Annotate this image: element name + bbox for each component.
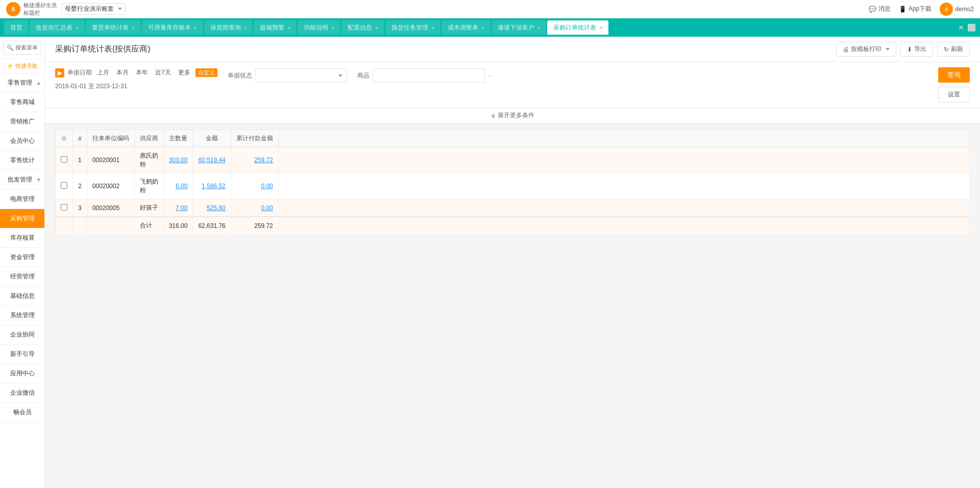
tab-close-icon[interactable]: × <box>132 25 135 31</box>
close-all-icon[interactable]: ✕ <box>958 23 964 32</box>
sidebar-item-new-guide[interactable]: 新手引导 <box>0 345 44 364</box>
message-button[interactable]: 💬 消息 <box>869 5 891 13</box>
template-print-button[interactable]: 🖨 按模板打印 <box>836 42 896 57</box>
expand-down-icon: ∨ <box>491 112 496 119</box>
sidebar-item-app-center[interactable]: 应用中心 <box>0 364 44 383</box>
th-supplier: 供应商 <box>134 130 163 147</box>
sidebar-item-member-center[interactable]: 会员中心 <box>0 132 44 151</box>
tab-close-icon[interactable]: × <box>244 25 247 31</box>
user-avatar[interactable]: d demo2 <box>940 3 974 16</box>
tab-config-info[interactable]: 配置信息 × <box>341 20 384 35</box>
tab-overstock-alert[interactable]: 超储预警 × <box>254 20 297 35</box>
tab-label: 邀请下游客户 <box>498 23 534 32</box>
export-icon: ⬇ <box>907 46 912 53</box>
row-check-input[interactable] <box>61 182 67 189</box>
filter-expand-arrow[interactable]: ▶ <box>55 68 64 78</box>
sidebar-item-ops-mgmt[interactable]: 经营管理 <box>0 267 44 287</box>
tab-order-summary[interactable]: 要货单统计表 × <box>86 20 141 35</box>
sidebar-item-ecommerce-mgmt[interactable]: 电商管理 <box>0 190 44 209</box>
filter-expand-bar: ∨ 展开更多条件 <box>45 108 980 123</box>
goods-more-icon[interactable]: ··· <box>488 72 494 80</box>
shortcut-this-year[interactable]: 本年 <box>134 67 150 78</box>
data-table: ⚙ # 往来单位编码 供应商 主数量 金额 累计付款金额 1 <box>55 130 970 235</box>
tab-expiry-query[interactable]: 保质期查询 × <box>204 20 253 35</box>
message-icon: 💬 <box>869 6 876 13</box>
refresh-button[interactable]: ↻ 刷新 <box>937 42 970 57</box>
query-actions: 查询 设置 <box>938 67 970 102</box>
workspace-selector[interactable]: 母婴行业演示账套 <box>61 3 126 15</box>
tab-function-desc[interactable]: 功能说明 × <box>298 20 340 35</box>
export-button[interactable]: ⬇ 导出 <box>900 42 933 57</box>
sidebar-item-retail-stats[interactable]: 零售统计 <box>0 151 44 170</box>
shortcut-last-month[interactable]: 上月 <box>95 67 111 78</box>
goods-input[interactable] <box>373 68 485 83</box>
custom-badge[interactable]: 自定义 <box>195 68 217 77</box>
sidebar-item-retail-shop[interactable]: 零售商城 <box>0 93 44 112</box>
expand-more-button[interactable]: ∨ 展开更多条件 <box>491 111 534 120</box>
footer-label: 合计 <box>134 217 163 235</box>
sidebar-item-sys-mgmt[interactable]: 系统管理 <box>0 306 44 325</box>
tab-receive-summary[interactable]: 收发存汇总表 × <box>30 20 85 35</box>
sidebar-item-retail-mgmt[interactable]: 零售管理 ▲ <box>0 73 44 93</box>
paid-cell: 259.72 <box>231 147 278 173</box>
main-layout: 🔍 搜索菜单 ⚡ 快捷导航 零售管理 ▲ 零售商城 营销推广 会员中心 零售统计… <box>0 37 980 488</box>
tab-close-icon[interactable]: × <box>431 25 434 31</box>
tab-close-icon[interactable]: × <box>331 25 334 31</box>
tab-close-icon[interactable]: × <box>194 25 197 31</box>
maximize-icon[interactable]: ⬜ <box>967 23 976 32</box>
tab-close-icon[interactable]: × <box>599 25 602 31</box>
tab-close-icon[interactable]: × <box>537 25 541 31</box>
unit-code-cell: 00020001 <box>87 147 134 173</box>
template-chevron-icon <box>886 48 890 50</box>
qty-cell: 6.00 <box>163 173 193 199</box>
tab-invite-downstream[interactable]: 邀请下游客户 × <box>492 20 547 35</box>
row-checkbox[interactable] <box>56 147 73 173</box>
shortcut-more[interactable]: 更多 <box>176 67 192 78</box>
download-icon: 📱 <box>899 6 906 13</box>
date-filter-group: ▶ 单据日期 上月 本月 本年 近7天 更多 自定义 2016-01-01 至 … <box>55 67 217 91</box>
row-check-input[interactable] <box>61 156 67 163</box>
sidebar-item-finance[interactable]: 资金管理 <box>0 248 44 267</box>
sidebar-item-basic-info[interactable]: 基础信息 <box>0 287 44 306</box>
tab-close-icon[interactable]: × <box>375 25 378 31</box>
footer-paid: 259.72 <box>231 217 278 235</box>
sidebar-item-vip-member[interactable]: 畅会员 <box>0 403 44 422</box>
row-check-input[interactable] <box>61 204 67 211</box>
sidebar-item-wholesale-mgmt[interactable]: 批发管理 ▼ <box>0 170 44 190</box>
tab-home[interactable]: 首页 <box>4 20 29 35</box>
settings-button[interactable]: 设置 <box>938 87 970 102</box>
row-checkbox[interactable] <box>56 173 73 199</box>
shortcut-7days[interactable]: 近7天 <box>153 67 173 78</box>
shortcut-this-month[interactable]: 本月 <box>114 67 131 78</box>
filter-bar: ▶ 单据日期 上月 本月 本年 近7天 更多 自定义 2016-01-01 至 … <box>45 62 980 108</box>
tab-available-stock[interactable]: 可用量库存账本 × <box>142 20 203 35</box>
tab-close-icon[interactable]: × <box>481 25 484 31</box>
sidebar-item-inventory[interactable]: 库存核算 <box>0 228 44 248</box>
tab-pick-task[interactable]: 拣货任务管理 × <box>385 20 440 35</box>
quick-nav-button[interactable]: ⚡ 快捷导航 <box>3 62 41 70</box>
search-icon: 🔍 <box>7 44 14 51</box>
th-paid: 累计付款金额 <box>231 130 278 147</box>
column-settings-icon[interactable]: ⚙ <box>61 135 67 142</box>
sidebar-item-corp-collab[interactable]: 企业协同 <box>0 325 44 345</box>
tab-close-icon[interactable]: × <box>76 25 79 31</box>
tab-close-icon[interactable]: × <box>287 25 290 31</box>
tab-cost-adjust[interactable]: 成本调整单 × <box>442 20 491 35</box>
supplier-cell: 好孩子 <box>134 199 163 217</box>
avatar-icon: d <box>940 3 953 16</box>
row-checkbox[interactable] <box>56 199 73 217</box>
sidebar-item-purchase-mgmt[interactable]: 采购管理 <box>0 209 44 228</box>
tab-purchase-summary[interactable]: 采购订单统计表 × <box>547 20 608 35</box>
sidebar-item-corp-wechat[interactable]: 企业微信 <box>0 383 44 403</box>
th-num: # <box>73 130 87 147</box>
page-title: 采购订单统计表(按供应商) <box>55 44 151 55</box>
sidebar-item-marketing[interactable]: 营销推广 <box>0 112 44 132</box>
app-download-button[interactable]: 📱 App下载 <box>899 5 932 13</box>
query-button[interactable]: 查询 <box>938 67 970 83</box>
amount-cell: 1,586.52 <box>193 173 231 199</box>
unit-code-cell: 00020005 <box>87 199 134 217</box>
search-menu-button[interactable]: 🔍 搜索菜单 <box>3 41 41 55</box>
paid-cell: 0.00 <box>231 199 278 217</box>
status-select[interactable] <box>255 68 347 83</box>
refresh-icon: ↻ <box>944 46 949 53</box>
